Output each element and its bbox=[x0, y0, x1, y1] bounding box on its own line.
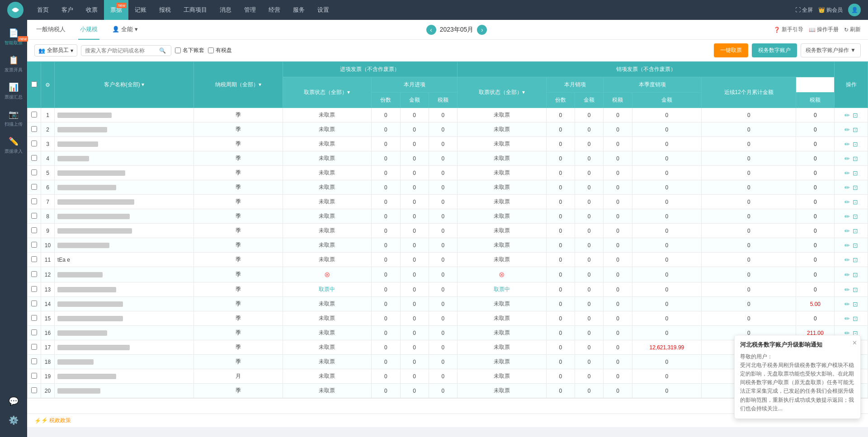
employee-select[interactable]: 👥 全部员工 ▾ bbox=[34, 44, 77, 56]
nav-invoice[interactable]: 票据 new bbox=[104, 0, 128, 20]
out-amt-cell: 0 bbox=[575, 122, 604, 137]
logo[interactable] bbox=[7, 2, 24, 18]
nav-manage[interactable]: 管理 bbox=[238, 0, 262, 20]
search-icon[interactable]: 🔍 bbox=[159, 47, 166, 54]
prev-period-button[interactable]: ‹ bbox=[426, 25, 436, 35]
edit-icon[interactable]: ✏ bbox=[844, 301, 850, 308]
row-checkbox[interactable] bbox=[31, 329, 37, 335]
out-status-filter[interactable]: ▾ bbox=[522, 89, 525, 95]
edit-icon[interactable]: ✏ bbox=[844, 184, 850, 191]
edit-icon[interactable]: ✏ bbox=[844, 227, 850, 235]
edit-icon[interactable]: ✏ bbox=[844, 198, 850, 206]
copy-icon[interactable]: ⊡ bbox=[853, 301, 858, 308]
copy-icon[interactable]: ⊡ bbox=[853, 126, 858, 133]
manual-button[interactable]: 📖 操作手册 bbox=[809, 26, 839, 33]
row-checkbox[interactable] bbox=[31, 315, 37, 321]
edit-icon[interactable]: ✏ bbox=[844, 271, 850, 278]
row-checkbox[interactable] bbox=[31, 344, 37, 350]
digital-account-ops-button[interactable]: 税务数字账户操作 ▼ bbox=[801, 43, 861, 57]
copy-icon[interactable]: ⊡ bbox=[853, 184, 858, 191]
edit-icon[interactable]: ✏ bbox=[844, 315, 850, 322]
edit-icon[interactable]: ✏ bbox=[844, 126, 850, 133]
new-guide-button[interactable]: ❓ 新手引导 bbox=[774, 26, 803, 33]
sidebar-item-help[interactable]: 💬 bbox=[9, 392, 19, 411]
fullscreen-button[interactable]: ⛶ 全屏 bbox=[795, 6, 813, 14]
edit-icon[interactable]: ✏ bbox=[844, 112, 850, 119]
nav-tax[interactable]: 报税 bbox=[153, 0, 177, 20]
settings-col-icon[interactable]: ⚙ bbox=[45, 82, 50, 88]
nav-receive[interactable]: 收票 bbox=[80, 0, 104, 20]
row-checkbox[interactable] bbox=[31, 112, 37, 117]
copy-icon[interactable]: ⊡ bbox=[853, 286, 858, 293]
sidebar-item-scan-upload[interactable]: 📷 扫描上传 bbox=[0, 105, 27, 132]
row-checkbox[interactable] bbox=[31, 184, 37, 190]
sidebar-item-invoice-open[interactable]: 📋 发票开具 bbox=[0, 51, 27, 78]
edit-icon[interactable]: ✏ bbox=[844, 141, 850, 148]
in-status-filter[interactable]: ▾ bbox=[347, 89, 350, 95]
nav-customer[interactable]: 客户 bbox=[55, 0, 80, 20]
edit-icon[interactable]: ✏ bbox=[844, 256, 850, 263]
one-click-button[interactable]: 一键取票 bbox=[714, 43, 748, 57]
under-account-checkbox[interactable]: 名下账套 bbox=[175, 47, 204, 54]
filter-icon[interactable]: ▾ bbox=[142, 81, 144, 88]
copy-icon[interactable]: ⊡ bbox=[853, 315, 858, 322]
copy-icon[interactable]: ⊡ bbox=[853, 169, 858, 177]
copy-icon[interactable]: ⊡ bbox=[853, 271, 858, 278]
digital-account-button[interactable]: 税务数字账户 bbox=[752, 43, 797, 57]
nav-business[interactable]: 工商项目 bbox=[177, 0, 213, 20]
row-checkbox[interactable] bbox=[31, 387, 37, 393]
nav-bookkeeping[interactable]: 记账 bbox=[128, 0, 153, 20]
next-period-button[interactable]: › bbox=[477, 25, 487, 35]
edit-icon[interactable]: ✏ bbox=[844, 242, 850, 249]
copy-icon[interactable]: ⊡ bbox=[853, 155, 858, 162]
nav-message[interactable]: 消息 bbox=[213, 0, 238, 20]
row-checkbox[interactable] bbox=[31, 126, 37, 132]
refresh-button[interactable]: ↻ 刷新 bbox=[844, 26, 861, 33]
row-checkbox[interactable] bbox=[31, 242, 37, 248]
row-checkbox[interactable] bbox=[31, 373, 37, 379]
copy-icon[interactable]: ⊡ bbox=[853, 198, 858, 206]
tab-general-taxpayer[interactable]: 一般纳税人 bbox=[34, 20, 67, 40]
edit-icon[interactable]: ✏ bbox=[844, 286, 850, 293]
copy-icon[interactable]: ⊡ bbox=[853, 141, 858, 148]
sidebar-item-settings[interactable]: ⚙️ bbox=[9, 411, 19, 427]
row-checkbox[interactable] bbox=[31, 198, 37, 204]
copy-icon[interactable]: ⊡ bbox=[853, 242, 858, 249]
has-taxbox-checkbox[interactable]: 有税盘 bbox=[208, 47, 232, 54]
sidebar-item-smart-ticket[interactable]: 📄 智能取票 new bbox=[0, 23, 27, 51]
row-checkbox[interactable] bbox=[31, 271, 37, 277]
copy-icon[interactable]: ⊡ bbox=[853, 256, 858, 263]
notification-close-button[interactable]: × bbox=[853, 339, 857, 347]
qtr-amt-cell: 0 bbox=[632, 224, 702, 238]
copy-icon[interactable]: ⊡ bbox=[853, 112, 858, 119]
nav-settings[interactable]: 设置 bbox=[311, 0, 335, 20]
row-checkbox[interactable] bbox=[31, 286, 37, 292]
sidebar-item-ticket-entry[interactable]: ✏️ 票据录入 bbox=[0, 132, 27, 159]
user-avatar[interactable]: 👤 bbox=[848, 4, 861, 16]
cycle-filter-icon[interactable]: ▾ bbox=[259, 81, 261, 88]
tab-all[interactable]: 👤 全能 ▾ bbox=[110, 20, 140, 40]
search-input[interactable] bbox=[85, 47, 157, 54]
nav-service[interactable]: 服务 bbox=[287, 0, 311, 20]
client-name-blurred bbox=[57, 330, 107, 336]
row-checkbox[interactable] bbox=[31, 256, 37, 262]
copy-icon[interactable]: ⊡ bbox=[853, 227, 858, 235]
row-checkbox[interactable] bbox=[31, 301, 37, 306]
tab-small-scale[interactable]: 小规模 bbox=[78, 20, 99, 40]
edit-icon[interactable]: ✏ bbox=[844, 169, 850, 177]
nav-operation[interactable]: 经营 bbox=[262, 0, 287, 20]
row-checkbox[interactable] bbox=[31, 155, 37, 161]
edit-icon[interactable]: ✏ bbox=[844, 155, 850, 162]
row-checkbox[interactable] bbox=[31, 358, 37, 364]
edit-icon[interactable]: ✏ bbox=[844, 213, 850, 220]
nav-home[interactable]: 首页 bbox=[31, 0, 55, 20]
row-checkbox[interactable] bbox=[31, 141, 37, 146]
row-checkbox[interactable] bbox=[31, 227, 37, 233]
sidebar-item-invoice-summary[interactable]: 📊 票据汇总 bbox=[0, 78, 27, 105]
row-checkbox[interactable] bbox=[31, 169, 37, 175]
tax-cycle-cell: 季 bbox=[193, 253, 283, 267]
row-checkbox[interactable] bbox=[31, 213, 37, 219]
select-all-checkbox[interactable] bbox=[31, 81, 37, 87]
copy-icon[interactable]: ⊡ bbox=[853, 213, 858, 220]
member-button[interactable]: 👑 购会员 bbox=[818, 6, 843, 14]
